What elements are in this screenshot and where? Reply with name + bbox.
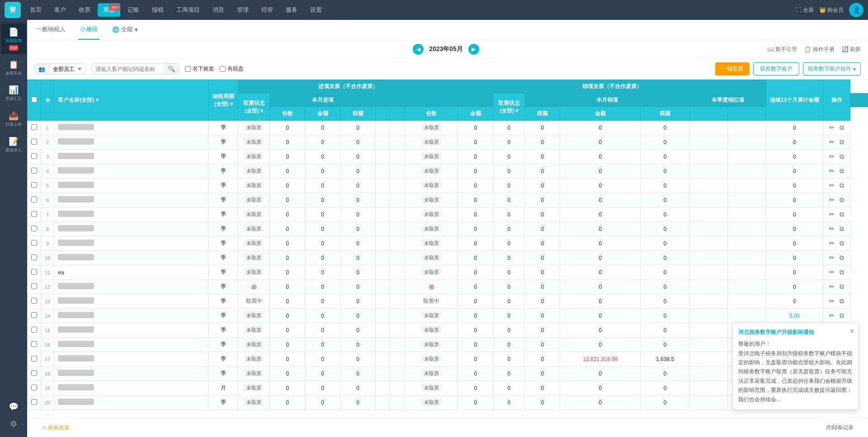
row-checkbox[interactable] bbox=[31, 240, 37, 246]
nav-ticket[interactable]: 票据 new bbox=[98, 3, 120, 17]
copy-btn[interactable]: ⧉ bbox=[838, 253, 846, 263]
nav-receive[interactable]: 收票 bbox=[73, 3, 96, 17]
tax-policy-link[interactable]: ⚠ 税务政策 bbox=[34, 420, 77, 435]
select-all-checkbox[interactable] bbox=[31, 97, 37, 103]
search-button[interactable]: 🔍 bbox=[164, 64, 179, 74]
nav-tax[interactable]: 报税 bbox=[146, 3, 169, 17]
edit-btn[interactable]: ✏ bbox=[827, 296, 836, 305]
nav-operation[interactable]: 经营 bbox=[256, 3, 278, 17]
row-checkbox[interactable] bbox=[31, 153, 37, 159]
edit-btn[interactable]: ✏ bbox=[827, 137, 836, 146]
one-click-ticket-btn[interactable]: 一键取票 bbox=[715, 62, 750, 75]
sidebar-item-chat[interactable]: 💬 bbox=[1, 398, 26, 415]
row-checkbox[interactable] bbox=[31, 139, 37, 145]
row-checkbox[interactable] bbox=[31, 298, 37, 304]
copy-btn[interactable]: ⧉ bbox=[838, 181, 846, 190]
sidebar-item-invoice[interactable]: 📋 发票开具 bbox=[1, 56, 26, 80]
sub-account-checkbox[interactable] bbox=[185, 66, 191, 72]
row-checkbox[interactable] bbox=[31, 124, 37, 130]
row-checkbox[interactable] bbox=[31, 211, 37, 217]
row-checkbox[interactable] bbox=[31, 254, 37, 260]
check-sub-account[interactable]: 名下账套 bbox=[185, 65, 214, 73]
copy-btn[interactable]: ⧉ bbox=[838, 311, 846, 320]
edit-btn[interactable]: ✏ bbox=[827, 282, 836, 291]
tax-digital-account-btn[interactable]: 税务数字账户 bbox=[753, 62, 799, 75]
edit-btn[interactable]: ✏ bbox=[827, 311, 836, 320]
notification-close-btn[interactable]: ✕ bbox=[849, 326, 855, 336]
settings-header[interactable]: ⚙ bbox=[41, 80, 54, 121]
copy-btn[interactable]: ⧉ bbox=[838, 123, 846, 132]
tax-disk-checkbox[interactable] bbox=[220, 66, 226, 72]
row-checkbox[interactable] bbox=[31, 283, 37, 289]
nav-service[interactable]: 服务 bbox=[280, 3, 303, 17]
edit-btn[interactable]: ✏ bbox=[827, 152, 836, 161]
sidebar-item-scan[interactable]: 📤 扫描上传 bbox=[1, 107, 26, 131]
new-guide-btn[interactable]: 📖 新手引导 bbox=[767, 46, 797, 53]
edit-btn[interactable]: ✏ bbox=[827, 166, 836, 175]
red-amount-link[interactable]: 12,621,319.99 bbox=[583, 356, 618, 362]
edit-btn[interactable]: ✏ bbox=[827, 210, 836, 219]
check-tax-disk[interactable]: 有税盘 bbox=[220, 65, 244, 73]
sidebar-item-summary[interactable]: 📊 票据汇总 bbox=[1, 81, 26, 105]
row-checkbox[interactable] bbox=[31, 168, 37, 174]
nav-manage[interactable]: 管理 bbox=[231, 3, 254, 17]
tab-general-taxpayer[interactable]: 一般纳税人 bbox=[34, 20, 67, 40]
row-checkbox[interactable] bbox=[31, 356, 37, 362]
period-prev-btn[interactable]: ◀ bbox=[413, 44, 424, 55]
red-amount: 0 bbox=[560, 135, 641, 150]
copy-btn[interactable]: ⧉ bbox=[838, 210, 846, 219]
row-checkbox[interactable] bbox=[31, 312, 37, 318]
row-checkbox[interactable] bbox=[31, 341, 37, 347]
sidebar-item-smart-ticket[interactable]: 📄 智能取票 new bbox=[1, 23, 26, 54]
edit-btn[interactable]: ✏ bbox=[827, 224, 836, 233]
row-checkbox[interactable] bbox=[31, 370, 37, 376]
sidebar-item-record[interactable]: 📝 票据录入 bbox=[1, 133, 26, 157]
sidebar-item-config[interactable]: ⚙ bbox=[1, 415, 26, 432]
edit-btn[interactable]: ✏ bbox=[827, 123, 836, 132]
copy-btn[interactable]: ⧉ bbox=[838, 166, 846, 176]
row-checkbox[interactable] bbox=[31, 226, 37, 231]
tab-small-scale[interactable]: 小规模 bbox=[78, 20, 99, 40]
in-status-header[interactable]: 取票状态(全部) ▾ bbox=[238, 94, 270, 121]
select-all-header[interactable] bbox=[28, 80, 41, 121]
manual-btn[interactable]: 📋 操作手册 bbox=[804, 46, 834, 53]
row-checkbox[interactable] bbox=[31, 399, 37, 405]
row-checkbox[interactable] bbox=[31, 182, 37, 188]
avatar[interactable]: 👤 bbox=[849, 3, 863, 17]
copy-btn[interactable]: ⧉ bbox=[838, 152, 846, 161]
acc-link[interactable]: 5.00 bbox=[789, 313, 800, 319]
nav-business[interactable]: 工商项目 bbox=[171, 3, 205, 17]
employee-select[interactable]: 全部员工 bbox=[49, 64, 85, 74]
copy-btn[interactable]: ⧉ bbox=[838, 224, 846, 234]
row-checkbox[interactable] bbox=[31, 197, 37, 202]
nav-settings[interactable]: 设置 bbox=[305, 3, 327, 17]
edit-btn[interactable]: ✏ bbox=[827, 253, 836, 262]
copy-btn[interactable]: ⧉ bbox=[838, 239, 846, 248]
period-next-btn[interactable]: ▶ bbox=[468, 44, 479, 55]
copy-btn[interactable]: ⧉ bbox=[838, 137, 846, 147]
customer-name-header[interactable]: 客户名称(全部) ▾ bbox=[54, 80, 209, 121]
row-checkbox[interactable] bbox=[31, 327, 37, 333]
refresh-btn[interactable]: 🔄 刷新 bbox=[842, 46, 861, 53]
copy-btn[interactable]: ⧉ bbox=[838, 268, 846, 277]
row-checkbox[interactable] bbox=[31, 385, 37, 390]
tab-all[interactable]: 🌐 全能 ▾ bbox=[110, 20, 140, 40]
out-status-header[interactable]: 取票状态(全部) ▾ bbox=[493, 94, 525, 121]
nav-home[interactable]: 首页 bbox=[24, 3, 47, 17]
edit-btn[interactable]: ✏ bbox=[827, 268, 836, 277]
nav-message[interactable]: 消息 bbox=[207, 3, 230, 17]
row-checkbox[interactable] bbox=[31, 269, 37, 275]
nav-bookkeeping[interactable]: 记账 bbox=[122, 3, 145, 17]
copy-btn[interactable]: ⧉ bbox=[838, 282, 846, 291]
edit-btn[interactable]: ✏ bbox=[827, 181, 836, 190]
search-input[interactable] bbox=[92, 64, 164, 74]
copy-btn[interactable]: ⧉ bbox=[838, 195, 846, 205]
tax-period-header[interactable]: 纳税周期(全部) ▾ bbox=[209, 80, 238, 121]
member-btn[interactable]: 👑 购会员 bbox=[819, 6, 844, 14]
edit-btn[interactable]: ✏ bbox=[827, 239, 836, 248]
tax-digital-account-ops-btn[interactable]: 税务数字账户操作 ▾ bbox=[803, 62, 861, 75]
fullscreen-btn[interactable]: ⛶ 全屏 bbox=[796, 6, 813, 14]
copy-btn[interactable]: ⧉ bbox=[838, 296, 846, 306]
nav-customer[interactable]: 客户 bbox=[49, 3, 71, 17]
edit-btn[interactable]: ✏ bbox=[827, 195, 836, 204]
